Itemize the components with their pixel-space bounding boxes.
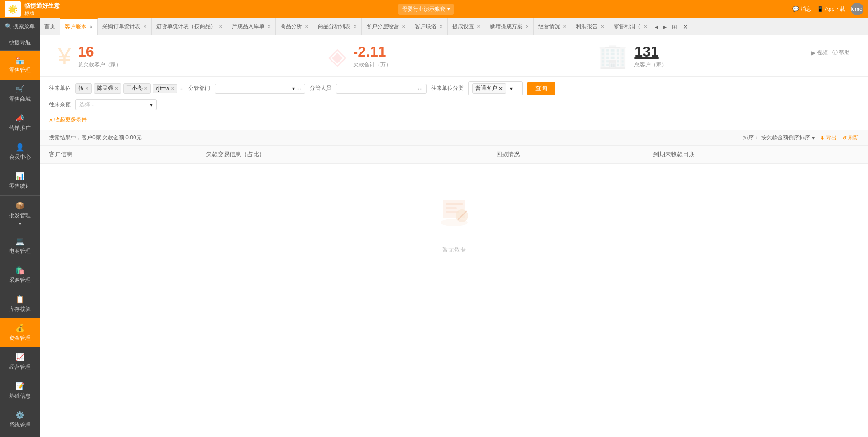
- sidebar-item-finance[interactable]: 💰 资金管理: [0, 318, 40, 347]
- tab-close-btn[interactable]: ✕: [267, 24, 271, 29]
- tab-scroll-right[interactable]: ▸: [661, 23, 669, 30]
- video-help-btn[interactable]: ▶ 视频: [811, 49, 828, 57]
- sidebar-item-wholesale[interactable]: 📦 批发管理 ▾: [0, 196, 40, 232]
- table-header-row: 客户信息 欠款交易信息（占比） 回款情况 到期未收款日期: [40, 146, 868, 163]
- tab-new-commission[interactable]: 新增提成方案 ✕: [485, 18, 534, 35]
- tab-close-btn[interactable]: ✕: [143, 24, 147, 29]
- help-doc-btn[interactable]: ⓘ 帮助: [832, 49, 850, 57]
- tab-close-all[interactable]: ✕: [680, 23, 691, 30]
- stat-icon-amount: ◈: [328, 43, 346, 70]
- tab-customer-layer[interactable]: 客户分层经营 ✕: [362, 18, 410, 35]
- tab-purchase-order[interactable]: 采购订单统计表 ✕: [98, 18, 152, 35]
- tab-close-btn[interactable]: ✕: [402, 24, 405, 29]
- tab-profit-report[interactable]: 利润报告 ✕: [571, 18, 609, 35]
- query-button[interactable]: 查询: [527, 82, 555, 95]
- tab-bar: 首页 客户账本 ✕ 采购订单统计表 ✕ 进货单统计表（按商品） ✕ 产成品入库单…: [40, 18, 868, 35]
- tab-label: 进货单统计表（按商品）: [156, 23, 216, 30]
- filter-tag-wu[interactable]: 伍 ✕: [75, 83, 92, 94]
- tab-close-btn[interactable]: ✕: [305, 24, 308, 29]
- tab-close-btn[interactable]: ✕: [219, 24, 222, 29]
- tab-label: 商品分析列表: [318, 23, 350, 30]
- system-icon: ⚙️: [15, 411, 24, 419]
- unit-class-tag[interactable]: 普通客户 ✕: [472, 83, 506, 94]
- tab-product-stock[interactable]: 产成品入库单 ✕: [227, 18, 276, 35]
- unit-label: 往来单位: [49, 85, 71, 92]
- marketing-icon: 📣: [15, 114, 24, 123]
- retail-mall-icon: 🛒: [15, 85, 24, 94]
- tab-retail-profit[interactable]: 零售利润（ ✕: [609, 18, 652, 35]
- tag-remove-btn[interactable]: ✕: [144, 86, 148, 91]
- sidebar-item-purchase[interactable]: 🛍️ 采购管理: [0, 261, 40, 290]
- sidebar-item-member[interactable]: 👤 会员中心: [0, 138, 40, 166]
- filter-tag-chen[interactable]: 陈民强 ✕: [94, 83, 121, 94]
- app-download-btn[interactable]: 📱 App下载: [817, 5, 845, 13]
- stat-total-debt-amount: ◈ -2.11 欠款合计（万）: [319, 43, 590, 70]
- sidebar-item-marketing[interactable]: 📣 营销推广: [0, 109, 40, 138]
- sidebar-item-retail-mgmt[interactable]: 🏪 零售管理: [0, 51, 40, 80]
- sidebar-item-label: 资金管理: [9, 334, 31, 342]
- top-bar: 🌟 畅捷通好生意 标版 母婴行业演示账套 ▾ 💬 消息 📱 App下载 demo…: [0, 0, 868, 18]
- stat-debt-customers-label: 总欠款客户（家）: [78, 61, 121, 69]
- unit-class-remove-btn[interactable]: ✕: [499, 86, 503, 92]
- col-due-date: 到期未收款日期: [644, 146, 868, 163]
- purchase-icon: 🛍️: [15, 266, 24, 275]
- tab-product-analysis[interactable]: 商品分析 ✕: [276, 18, 313, 35]
- tab-product-analysis-list[interactable]: 商品分析列表 ✕: [313, 18, 362, 35]
- refresh-btn[interactable]: ↺ 刷新: [842, 134, 859, 142]
- stat-debt-amount-label: 欠款合计（万）: [353, 61, 391, 69]
- person-select[interactable]: ···: [336, 84, 427, 94]
- tab-close-btn[interactable]: ✕: [643, 24, 647, 29]
- sidebar-item-enterprise[interactable]: 🤝 企业协同: [0, 434, 40, 437]
- retail-mgmt-icon: 🏪: [15, 56, 24, 65]
- tab-close-btn[interactable]: ✕: [439, 24, 443, 29]
- tab-close-btn[interactable]: ✕: [89, 24, 93, 29]
- top-center: 母婴行业演示账套 ▾: [398, 4, 454, 15]
- person-chevron-icon: ···: [418, 86, 422, 92]
- sidebar-item-label: 库存核算: [9, 305, 31, 313]
- filter-more-btn[interactable]: ···: [179, 86, 184, 92]
- unit-class-select[interactable]: 普通客户 ✕ ▾: [468, 81, 523, 95]
- tab-customer-account[interactable]: 客户账本 ✕: [60, 18, 98, 35]
- tag-remove-btn[interactable]: ✕: [171, 86, 174, 91]
- tab-purchase-goods[interactable]: 进货单统计表（按商品） ✕: [152, 18, 227, 35]
- tab-close-btn[interactable]: ✕: [600, 24, 604, 29]
- tab-close-btn[interactable]: ✕: [563, 24, 566, 29]
- tag-remove-btn[interactable]: ✕: [115, 86, 118, 91]
- collapse-btn[interactable]: ∧ 收起更多条件: [49, 116, 859, 124]
- tab-scroll-left[interactable]: ◂: [652, 23, 661, 30]
- tab-home[interactable]: 首页: [40, 18, 60, 35]
- tab-close-btn[interactable]: ✕: [353, 24, 357, 29]
- tab-close-btn[interactable]: ✕: [525, 24, 529, 29]
- quick-nav[interactable]: 快捷导航: [0, 35, 40, 51]
- tag-remove-btn[interactable]: ✕: [85, 86, 89, 91]
- stat-total-customers: 🏢 131 总客户（家） ▶ 视频: [589, 42, 859, 70]
- sidebar-item-base-info[interactable]: 📝 基础信息: [0, 376, 40, 405]
- message-btn[interactable]: 💬 消息: [792, 5, 811, 13]
- account-dropdown[interactable]: 母婴行业演示账套 ▾: [398, 4, 454, 15]
- search-menu[interactable]: 🔍 搜索菜单: [0, 18, 40, 35]
- filter-tag-cjttcw[interactable]: cjttcw ✕: [153, 84, 177, 93]
- sidebar-item-retail-stats[interactable]: 📊 零售统计: [0, 166, 40, 195]
- tab-business-situation[interactable]: 经营情况 ✕: [534, 18, 571, 35]
- sidebar-item-operations[interactable]: 📈 经营管理: [0, 347, 40, 376]
- tab-close-btn[interactable]: ✕: [477, 24, 480, 29]
- tab-expand[interactable]: ⊞: [669, 23, 680, 30]
- tab-commission-setting[interactable]: 提成设置 ✕: [448, 18, 485, 35]
- sidebar-item-inventory[interactable]: 📋 库存核算: [0, 290, 40, 318]
- balance-select[interactable]: 选择... ▾: [75, 99, 157, 110]
- avatar[interactable]: demo2: [851, 3, 863, 15]
- sort-dropdown[interactable]: 排序： 按欠款金额倒序排序 ▾: [743, 134, 815, 142]
- dept-select[interactable]: ▾ ···: [215, 84, 305, 94]
- filter-tag-wang[interactable]: 王小亮 ✕: [123, 83, 151, 94]
- tab-customer-contact[interactable]: 客户联络 ✕: [410, 18, 448, 35]
- dept-label: 分管部门: [188, 85, 210, 92]
- sidebar-item-system[interactable]: ⚙️ 系统管理: [0, 405, 40, 434]
- sidebar-item-retail-mall[interactable]: 🛒 零售商城: [0, 80, 40, 109]
- dept-clear-btn[interactable]: ···: [297, 86, 301, 92]
- quick-nav-label: 快捷导航: [9, 39, 31, 46]
- export-btn[interactable]: ⬇ 导出: [820, 134, 837, 142]
- export-label: 导出: [826, 134, 837, 142]
- sidebar-item-ecommerce[interactable]: 💻 电商管理: [0, 232, 40, 261]
- member-icon: 👤: [15, 143, 24, 152]
- message-label: 消息: [801, 5, 811, 13]
